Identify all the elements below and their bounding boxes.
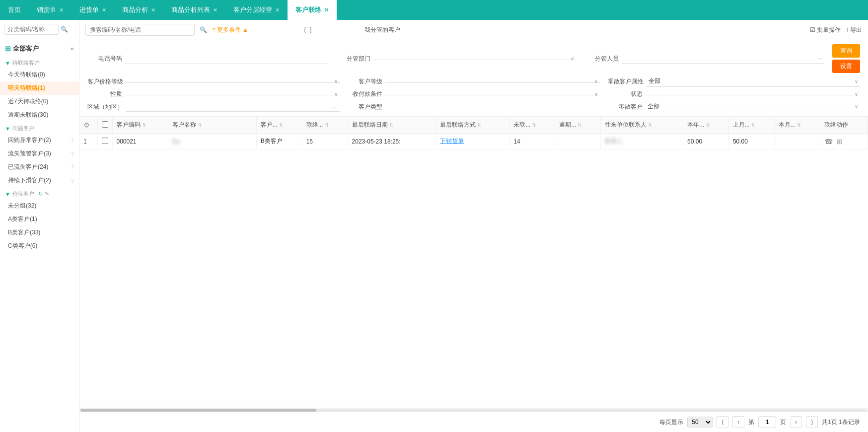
gender-select[interactable]: ∨ <box>125 93 340 95</box>
sidebar-item-churned[interactable]: 已流失客户(24) ? <box>0 160 79 174</box>
price-level-select[interactable]: ∨ <box>126 80 340 83</box>
customer-level-select[interactable]: ∨ <box>385 80 600 83</box>
sort-icon[interactable]: ⇅ <box>389 122 393 128</box>
dept-select[interactable]: ∨ <box>373 58 576 60</box>
close-icon[interactable]: ✕ <box>213 7 217 13</box>
chevron-down-icon: ∨ <box>571 56 574 61</box>
gear-settings-icon[interactable]: ⚙ <box>83 121 90 129</box>
my-customer-checkbox-label[interactable]: 我分管的客户 <box>253 26 400 34</box>
row-checkbox[interactable] <box>102 138 108 144</box>
export-btn[interactable]: ↑ 导出 <box>846 26 862 34</box>
horizontal-scrollbar[interactable] <box>79 408 868 412</box>
sort-icon[interactable]: ⇅ <box>279 122 283 128</box>
phone-action-icon[interactable]: ☎ <box>824 138 833 145</box>
help-icon[interactable]: ? <box>71 178 74 184</box>
last-method-link[interactable]: 下销货单 <box>440 138 464 144</box>
sort-icon[interactable]: ⇅ <box>477 122 481 128</box>
sort-icon[interactable]: ⇅ <box>325 122 329 128</box>
edit-icon[interactable]: ✎ <box>45 191 49 197</box>
sidebar-item-class-b[interactable]: B类客户(33) <box>0 226 79 239</box>
sort-icon[interactable]: ⇅ <box>198 122 202 128</box>
grid-action-icon[interactable]: ⊞ <box>837 138 843 145</box>
scrollbar-thumb[interactable] <box>80 409 316 412</box>
sort-icon[interactable]: ⇅ <box>751 122 755 128</box>
th-contact-person: 往来单位联系人 ⇅ <box>601 117 683 134</box>
sidebar-item-today[interactable]: 今天待联络(0) <box>0 68 79 81</box>
content-area: 🔍 ≡ 更多条件 ▲ 我分管的客户 ☑ 批量操作 ↑ 导出 <box>79 20 868 432</box>
filter-more-btn[interactable]: ≡ 更多条件 ▲ <box>212 26 248 34</box>
nav-home[interactable]: 首页 <box>0 0 29 20</box>
nav-customer-tier[interactable]: 客户分层经营 ✕ <box>225 0 288 20</box>
prev-page-btn[interactable]: ‹ <box>732 416 744 428</box>
sidebar-all-customers[interactable]: ⊞ 全部客户 « <box>0 41 79 56</box>
ellipsis-icon[interactable]: ··· <box>333 103 338 110</box>
td-name: Ea <box>168 134 257 149</box>
nav-product-analysis-list[interactable]: 商品分析列表 ✕ <box>163 0 225 20</box>
sidebar-item-declining[interactable]: 持续下滑客户(2) ? <box>0 174 79 187</box>
td-code: 000021 <box>112 134 168 149</box>
sidebar-search-input[interactable] <box>4 24 59 35</box>
status-select[interactable]: ∨ <box>646 93 860 95</box>
total-count: 共1页 1条记录 <box>822 418 860 427</box>
help-icon[interactable]: ? <box>71 164 74 170</box>
main-search-input[interactable] <box>85 24 195 36</box>
batch-op-btn[interactable]: ☑ 批量操作 <box>810 26 841 34</box>
filter-retail-attr: 零散客户属性 全部 ∨ <box>608 76 860 87</box>
person-select[interactable]: ··· <box>622 54 824 64</box>
page-number-input[interactable] <box>758 416 776 428</box>
region-select[interactable]: ··· <box>126 102 340 112</box>
close-icon[interactable]: ✕ <box>151 7 155 13</box>
close-icon[interactable]: ✕ <box>324 7 329 13</box>
ellipsis-icon[interactable]: ··· <box>817 55 822 62</box>
sort-icon[interactable]: ⇅ <box>578 122 581 128</box>
retail-attr-select[interactable]: 全部 ∨ <box>647 76 860 87</box>
help-icon[interactable]: ? <box>71 138 74 144</box>
chevron-down-icon: ∨ <box>594 78 598 84</box>
nav-sales-order[interactable]: 销货单 ✕ <box>29 0 72 20</box>
next-page-btn[interactable]: › <box>790 416 802 428</box>
main-search-icon[interactable]: 🔍 <box>200 26 207 33</box>
collapse-icon[interactable]: « <box>71 45 74 52</box>
sort-icon[interactable]: ⇅ <box>142 122 146 128</box>
close-icon[interactable]: ✕ <box>275 7 280 13</box>
sort-icon[interactable]: ⇅ <box>797 122 801 128</box>
td-contact-person: 联系人 <box>601 134 683 149</box>
phone-input[interactable] <box>125 54 328 64</box>
sidebar-item-abnormal[interactable]: 回购异常客户(2) ? <box>0 134 79 147</box>
nav-customer-contact[interactable]: 客户联络 ✕ <box>288 0 337 20</box>
search-bar: 🔍 ≡ 更多条件 ▲ 我分管的客户 ☑ 批量操作 ↑ 导出 <box>79 20 868 40</box>
th-last-date: 最后联络日期 ⇅ <box>348 117 436 134</box>
first-page-btn[interactable]: ⟨ <box>717 416 728 428</box>
sort-icon[interactable]: ⇅ <box>648 122 652 128</box>
chevron-up-icon: ▲ <box>242 26 248 33</box>
sidebar-item-class-a[interactable]: A类客户(1) <box>0 213 79 226</box>
th-checkbox <box>97 117 112 134</box>
refresh-icon[interactable]: ↻ <box>38 191 43 197</box>
sidebar-item-7days[interactable]: 近7天待联络(0) <box>0 95 79 108</box>
query-btn[interactable]: 查询 <box>832 44 860 58</box>
sidebar-item-churn-warning[interactable]: 流失预警客户(3) ? <box>0 147 79 160</box>
th-this-year: 本年... ⇅ <box>683 117 729 134</box>
customer-type-select[interactable] <box>385 106 600 108</box>
retail-customer-select[interactable]: 全部 ∨ <box>646 101 860 112</box>
close-icon[interactable]: ✕ <box>102 7 106 13</box>
nav-purchase-order[interactable]: 进货单 ✕ <box>72 0 114 20</box>
sort-icon[interactable]: ⇅ <box>706 122 710 128</box>
help-icon[interactable]: ? <box>71 151 74 157</box>
my-customer-checkbox[interactable] <box>253 27 362 33</box>
reset-btn[interactable]: 设置 <box>832 60 860 73</box>
sidebar-item-overdue[interactable]: 逾期未联络(30) <box>0 108 79 122</box>
th-code: 客户编码 ⇅ <box>112 117 168 134</box>
sidebar-search-icon[interactable]: 🔍 <box>61 26 68 33</box>
nav-product-analysis[interactable]: 商品分析 ✕ <box>114 0 163 20</box>
select-all-checkbox[interactable] <box>102 121 108 128</box>
last-page-btn[interactable]: ⟩ <box>806 416 818 428</box>
sort-icon[interactable]: ⇅ <box>532 122 536 128</box>
sidebar-item-tomorrow[interactable]: 明天待联络(1) <box>0 81 79 95</box>
payment-select[interactable]: ∨ <box>385 93 600 95</box>
filter-row-2: 客户价格等级 ∨ 客户等级 ∨ 零散客户属性 全部 <box>87 76 860 87</box>
sidebar-item-ungrouped[interactable]: 未分组(32) <box>0 199 79 213</box>
per-page-select[interactable]: 50 10 20 100 <box>687 417 713 428</box>
sidebar-item-class-c[interactable]: C类客户(6) <box>0 239 79 253</box>
close-icon[interactable]: ✕ <box>59 7 64 13</box>
